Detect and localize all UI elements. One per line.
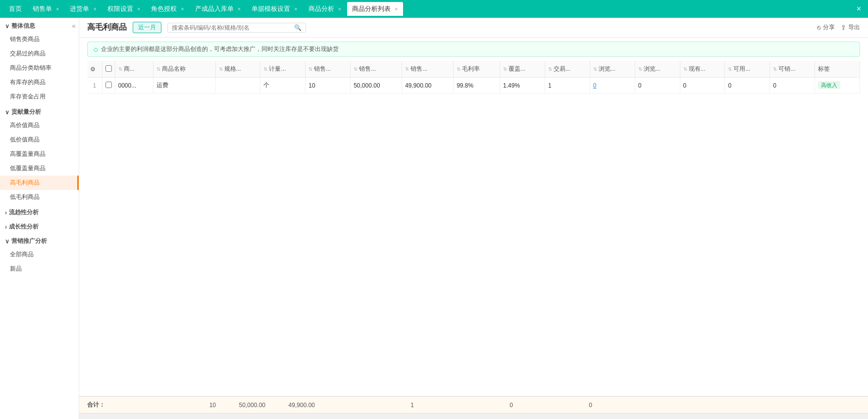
row-unit: 个 <box>260 78 306 93</box>
sort-icon-5: ⇅ <box>308 66 312 72</box>
sidebar-item-high-margin[interactable]: 高毛利商品 <box>0 176 79 190</box>
content-area: 高毛利商品 近一月 🔍 ⎋ 分享 ⇪ 导出 ◇ 企业的主要的利润都是这部分商品创… <box>79 18 868 419</box>
sidebar-item-high-coverage[interactable]: 高覆盖量商品 <box>0 147 79 161</box>
row-select-checkbox[interactable] <box>105 82 112 88</box>
close-purchase-order[interactable]: × <box>93 6 96 12</box>
row-checkbox[interactable] <box>102 78 115 93</box>
sidebar-group-flow[interactable]: › 流趋性分析 <box>0 204 79 219</box>
col-stock-current[interactable]: ⇅ 现有... <box>680 61 725 78</box>
col-spec[interactable]: ⇅ 规格... <box>215 61 260 78</box>
sidebar-group-overall[interactable]: ∨ 整体信息 <box>0 18 79 32</box>
nav-purchase-order[interactable]: 进货单 × <box>65 2 101 16</box>
sort-icon: ⇅ <box>118 66 122 72</box>
chevron-down-icon: ∨ <box>5 23 9 30</box>
col-view2[interactable]: ⇅ 浏览... <box>635 61 680 78</box>
search-input[interactable] <box>172 24 294 31</box>
tag-badge: 高收入 <box>818 81 840 89</box>
row-sales-count: 10 <box>306 78 351 93</box>
table-header-row: ⚙ ⇅ 商... ⇅ <box>87 61 860 78</box>
row-stock-saleable: 0 <box>770 78 815 93</box>
nav-template-settings[interactable]: 单据模板设置 × <box>247 2 302 16</box>
col-coverage[interactable]: ⇅ 覆盖... <box>500 61 545 78</box>
close-sales-order[interactable]: × <box>56 6 59 12</box>
nav-product-analysis-list[interactable]: 商品分析列表 × <box>347 2 403 16</box>
col-view1[interactable]: ⇅ 浏览... <box>590 61 635 78</box>
table-area: ⚙ ⇅ 商... ⇅ <box>79 61 868 396</box>
sidebar-group-contribution[interactable]: ∨ 贡献量分析 <box>0 104 79 118</box>
col-settings[interactable]: ⚙ <box>87 61 102 78</box>
close-product-inbound[interactable]: × <box>238 6 241 12</box>
sidebar-group-growth[interactable]: › 成长性分析 <box>0 219 79 233</box>
col-transaction[interactable]: ⇅ 交易... <box>545 61 590 78</box>
footer-sales-amount: 50,000.00 <box>226 402 275 409</box>
select-all-checkbox[interactable] <box>105 65 112 72</box>
row-stock-available: 0 <box>725 78 770 93</box>
row-view1[interactable]: 0 <box>590 78 635 93</box>
nav-role-auth[interactable]: 角色授权 × <box>146 2 189 16</box>
sidebar-item-new-goods[interactable]: 新品 <box>0 262 79 276</box>
sidebar-item-traded-goods[interactable]: 交易过的商品 <box>0 47 79 61</box>
sidebar-item-low-coverage[interactable]: 低覆盖量商品 <box>0 161 79 176</box>
sidebar-collapse-btn[interactable]: « <box>72 22 76 30</box>
sidebar-group-marketing[interactable]: ∨ 营销推广分析 <box>0 233 79 247</box>
chevron-right-icon: › <box>5 209 7 216</box>
col-sales-count[interactable]: ⇅ 销售... <box>306 61 351 78</box>
content-header: 高毛利商品 近一月 🔍 ⎋ 分享 ⇪ 导出 <box>79 18 868 38</box>
col-stock-available[interactable]: ⇅ 可用... <box>725 61 770 78</box>
chevron-right-icon-2: › <box>5 224 7 231</box>
col-sales-profit[interactable]: ⇅ 销售... <box>402 61 454 78</box>
info-banner: ◇ 企业的主要的利润都是这部分商品创造的，可考虑加大推广，同时关注库存是不要出现… <box>87 42 860 57</box>
row-gross-margin: 99.8% <box>454 78 500 93</box>
row-sales-profit: 49,900.00 <box>402 78 454 93</box>
sort-icon-13: ⇅ <box>683 66 687 72</box>
sort-icon-11: ⇅ <box>593 66 597 72</box>
page-title: 高毛利商品 <box>87 22 127 33</box>
footer-totals-row: 合计： 10 50,000.00 49,900.00 1 0 0 <box>87 397 860 413</box>
footer-label: 合计： <box>87 401 186 409</box>
sidebar-item-low-value[interactable]: 低价值商品 <box>0 133 79 147</box>
row-coverage: 1.49% <box>500 78 545 93</box>
row-stock-current: 0 <box>680 78 725 93</box>
row-tag: 高收入 <box>815 78 860 93</box>
col-name[interactable]: ⇅ 商品名称 <box>153 61 215 78</box>
sidebar: « ∨ 整体信息 销售类商品 交易过的商品 商品分类助销率 有库存的商品 库存资… <box>0 18 79 419</box>
close-product-analysis[interactable]: × <box>338 6 341 12</box>
sidebar-item-all-goods[interactable]: 全部商品 <box>0 247 79 262</box>
sidebar-item-category-rate[interactable]: 商品分类助销率 <box>0 61 79 75</box>
close-permission-settings[interactable]: × <box>137 6 140 12</box>
nav-product-inbound[interactable]: 产成品入库单 × <box>190 2 246 16</box>
info-text: 企业的主要的利润都是这部分商品创造的，可考虑加大推广，同时关注库存是不要出现缺货 <box>101 45 339 53</box>
nav-home[interactable]: 首页 <box>4 2 27 16</box>
nav-sales-order[interactable]: 销售单 × <box>28 2 64 16</box>
search-icon[interactable]: 🔍 <box>294 24 302 31</box>
table-footer: 合计： 10 50,000.00 49,900.00 1 0 0 <box>79 396 868 413</box>
bottom-scrollbar[interactable] <box>79 413 868 419</box>
sidebar-item-low-margin[interactable]: 低毛利商品 <box>0 190 79 204</box>
share-icon: ⎋ <box>817 24 821 31</box>
sidebar-item-stock-capital[interactable]: 库存资金占用 <box>0 90 79 104</box>
col-checkbox[interactable] <box>102 61 115 78</box>
export-icon: ⇪ <box>841 24 846 31</box>
export-button[interactable]: ⇪ 导出 <box>841 23 860 32</box>
sidebar-item-in-stock-goods[interactable]: 有库存的商品 <box>0 75 79 90</box>
sort-icon-10: ⇅ <box>548 66 552 72</box>
col-unit[interactable]: ⇅ 计量... <box>260 61 306 78</box>
footer-sales-count: 10 <box>186 402 226 409</box>
col-stock-saleable[interactable]: ⇅ 可销... <box>770 61 815 78</box>
sort-icon-8: ⇅ <box>457 66 460 72</box>
sidebar-item-high-value[interactable]: 高价值商品 <box>0 118 79 133</box>
col-gross-margin[interactable]: ⇅ 毛利率 <box>454 61 500 78</box>
sort-icon-4: ⇅ <box>263 66 267 72</box>
share-button[interactable]: ⎋ 分享 <box>817 23 835 32</box>
close-role-auth[interactable]: × <box>181 6 184 12</box>
col-sales-amount[interactable]: ⇅ 销售... <box>351 61 402 78</box>
filter-recent-month-btn[interactable]: 近一月 <box>133 22 161 33</box>
col-code[interactable]: ⇅ 商... <box>115 61 153 78</box>
row-spec <box>215 78 260 93</box>
nav-product-analysis[interactable]: 商品分析 × <box>304 2 346 16</box>
close-template-settings[interactable]: × <box>294 6 297 12</box>
sidebar-item-sales-goods[interactable]: 销售类商品 <box>0 32 79 47</box>
nav-permission-settings[interactable]: 权限设置 × <box>102 2 145 16</box>
close-all-tabs[interactable]: × <box>854 4 864 13</box>
close-product-analysis-list[interactable]: × <box>395 6 398 12</box>
